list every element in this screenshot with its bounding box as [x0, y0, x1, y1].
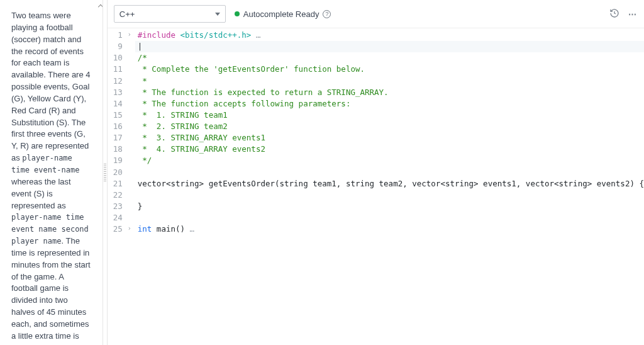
line-number: 11: [108, 64, 128, 75]
fold-toggle-icon: [128, 212, 135, 223]
fold-toggle-icon: [128, 155, 135, 166]
code-line[interactable]: 9|: [108, 41, 644, 52]
line-number: 22: [108, 189, 128, 201]
fold-toggle-icon[interactable]: ›: [128, 223, 135, 235]
code-content[interactable]: #include <bits/stdc++.h> …: [135, 30, 644, 41]
code-line[interactable]: 13 * The function is expected to return …: [108, 87, 644, 98]
code-line[interactable]: 18 * 4. STRING_ARRAY events2: [108, 144, 644, 155]
line-number: 10: [108, 52, 128, 64]
problem-paragraph-1: Two teams were playing a football (socce…: [11, 10, 91, 345]
code-content[interactable]: */: [135, 155, 644, 166]
code-content[interactable]: * The function is expected to return a S…: [135, 87, 644, 98]
code-line[interactable]: 22: [108, 189, 644, 201]
line-number: 18: [108, 144, 128, 155]
grip-icon: [104, 164, 106, 181]
code-content[interactable]: vector<string> getEventsOrder(string tea…: [135, 178, 644, 189]
line-number: 14: [108, 98, 128, 110]
code-content[interactable]: * 1. STRING team1: [135, 110, 644, 121]
status-dot-icon: [235, 11, 240, 16]
line-number: 21: [108, 178, 128, 189]
code-line[interactable]: 14 * The function accepts following para…: [108, 98, 644, 110]
panel-resize-handle[interactable]: [103, 0, 107, 345]
code-content[interactable]: * Complete the 'getEventsOrder' function…: [135, 64, 644, 75]
code-line[interactable]: 21vector<string> getEventsOrder(string t…: [108, 178, 644, 189]
line-number: 16: [108, 121, 128, 132]
scroll-up-hint: [98, 4, 103, 9]
line-number: 9: [108, 41, 128, 52]
line-number: 19: [108, 155, 128, 166]
language-select[interactable]: C++: [114, 5, 226, 23]
fold-toggle-icon: [128, 98, 135, 110]
code-content[interactable]: *: [135, 76, 644, 87]
code-line[interactable]: 19 */: [108, 155, 644, 166]
autocomplete-status: Autocomplete Ready ?: [235, 9, 331, 19]
code-line[interactable]: 16 * 2. STRING team2: [108, 121, 644, 132]
code-line[interactable]: 15 * 1. STRING team1: [108, 110, 644, 121]
fold-toggle-icon: [128, 87, 135, 98]
code-line[interactable]: 17 * 3. STRING_ARRAY events1: [108, 132, 644, 144]
fold-toggle-icon: [128, 132, 135, 144]
text-cursor: |: [138, 42, 143, 51]
code-line[interactable]: 24: [108, 212, 644, 223]
fold-toggle-icon: [128, 189, 135, 201]
chevron-down-icon: [215, 13, 220, 16]
history-icon[interactable]: [609, 8, 619, 20]
fold-toggle-icon: [128, 144, 135, 155]
code-content[interactable]: * 4. STRING_ARRAY events2: [135, 144, 644, 155]
editor-toolbar: C++ Autocomplete Ready ? ⋯: [108, 0, 644, 28]
code-line[interactable]: 20: [108, 167, 644, 178]
line-number: 15: [108, 110, 128, 121]
line-number: 13: [108, 87, 128, 98]
fold-toggle-icon: [128, 41, 135, 52]
line-number: 23: [108, 201, 128, 212]
code-line[interactable]: 1›#include <bits/stdc++.h> …: [108, 30, 644, 41]
problem-description-panel: Two teams were playing a football (socce…: [0, 0, 103, 345]
fold-toggle-icon: [128, 121, 135, 132]
code-line[interactable]: 25›int main() …: [108, 223, 644, 235]
language-select-value: C++: [119, 9, 135, 19]
code-content[interactable]: * The function accepts following paramet…: [135, 98, 644, 110]
line-number: 12: [108, 76, 128, 87]
code-content[interactable]: /*: [135, 52, 644, 64]
fold-toggle-icon: [128, 178, 135, 189]
fold-toggle-icon: [128, 110, 135, 121]
more-icon[interactable]: ⋯: [628, 9, 638, 19]
fold-toggle-icon: [128, 201, 135, 212]
fold-toggle-icon[interactable]: ›: [128, 30, 135, 41]
code-content[interactable]: }: [135, 201, 644, 212]
code-content[interactable]: [135, 167, 644, 178]
code-line[interactable]: 10/*: [108, 52, 644, 64]
code-line[interactable]: 23}: [108, 201, 644, 212]
info-icon[interactable]: ?: [323, 10, 331, 18]
status-text: Autocomplete Ready: [243, 9, 319, 19]
code-content[interactable]: * 3. STRING_ARRAY events1: [135, 132, 644, 144]
fold-toggle-icon: [128, 76, 135, 87]
fold-toggle-icon: [128, 64, 135, 75]
code-line[interactable]: 12 *: [108, 76, 644, 87]
code-content[interactable]: [135, 189, 644, 201]
line-number: 25: [108, 223, 128, 235]
code-content[interactable]: |: [135, 41, 644, 52]
line-number: 17: [108, 132, 128, 144]
code-editor[interactable]: 1›#include <bits/stdc++.h> …9|10/*11 * C…: [108, 28, 644, 345]
code-content[interactable]: int main() …: [135, 223, 644, 235]
line-number: 1: [108, 30, 128, 41]
line-number: 24: [108, 212, 128, 223]
code-content[interactable]: * 2. STRING team2: [135, 121, 644, 132]
fold-toggle-icon: [128, 52, 135, 64]
code-content[interactable]: [135, 212, 644, 223]
code-line[interactable]: 11 * Complete the 'getEventsOrder' funct…: [108, 64, 644, 75]
line-number: 20: [108, 167, 128, 178]
fold-toggle-icon: [128, 167, 135, 178]
editor-panel: C++ Autocomplete Ready ? ⋯ 1›#include <b…: [107, 0, 644, 345]
